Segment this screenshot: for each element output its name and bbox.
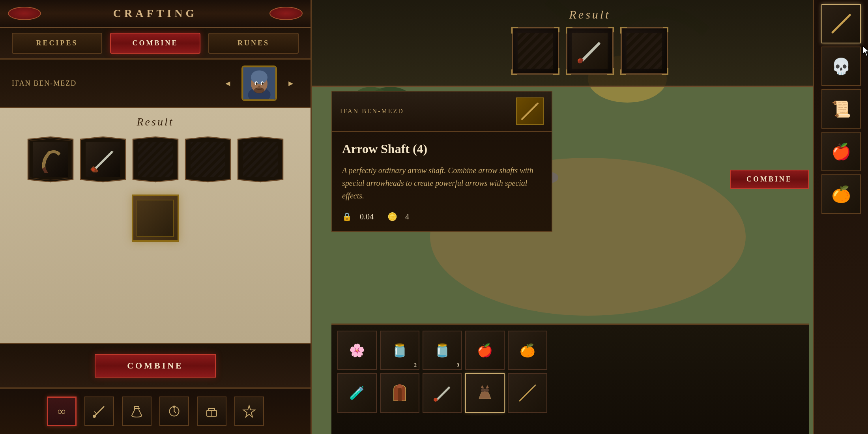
char-prev-arrow[interactable]: ◄ xyxy=(220,77,236,90)
icon-bar: ∞ xyxy=(0,387,311,434)
slot-corner-tr-2 xyxy=(608,27,614,32)
potion1-count: 2 xyxy=(414,362,417,368)
right-result-slot-1[interactable] xyxy=(512,27,559,75)
inv-cell-flower[interactable]: 🌸 xyxy=(337,331,377,370)
filter-potion-button[interactable] xyxy=(122,397,152,426)
crafting-title: CRAFTING xyxy=(0,7,311,20)
tab-bar: RECIPES COMBINE RUNES xyxy=(0,28,311,60)
filter-special-button[interactable] xyxy=(234,397,264,426)
character-row: IFAN BEN-MEZD ◄ xyxy=(0,60,311,108)
filter-all-button[interactable]: ∞ xyxy=(47,397,77,426)
slot-inner-2 xyxy=(572,33,608,69)
slot-5-content xyxy=(243,142,278,177)
inv-cell-potion3[interactable]: 🧪 xyxy=(337,373,377,413)
result-slot-4[interactable] xyxy=(185,136,231,183)
filter-craft-button[interactable] xyxy=(197,397,226,426)
tooltip-body: Arrow Shaft (4) A perfectly ordinary arr… xyxy=(332,132,552,231)
golden-slot-row xyxy=(132,195,179,242)
slot-corner-br-3 xyxy=(620,69,626,75)
sword-filter-icon xyxy=(92,404,106,418)
result-slot-2[interactable] xyxy=(80,136,126,183)
svg-line-44 xyxy=(832,15,850,32)
result-slot-5[interactable] xyxy=(237,136,284,183)
inv-cell-sheath[interactable] xyxy=(380,373,419,413)
svg-point-47 xyxy=(481,388,485,392)
svg-point-8 xyxy=(262,82,264,85)
inventory-row-2: 🧪 xyxy=(337,373,803,413)
weight-icon: 🔒 xyxy=(342,212,352,221)
svg-point-48 xyxy=(485,388,489,392)
weight-value: 0.04 xyxy=(360,212,374,221)
side-slot-arrow-shaft[interactable] xyxy=(821,4,861,43)
cursor-indicator xyxy=(862,45,868,57)
tooltip-item-icon xyxy=(516,97,544,125)
combine-btn-row: COMBINE xyxy=(0,343,311,387)
inv-cell-arrow[interactable] xyxy=(508,373,547,413)
svg-point-9 xyxy=(258,86,260,87)
character-name: IFAN BEN-MEZD xyxy=(12,79,214,88)
svg-marker-31 xyxy=(243,406,255,417)
slot-inner-3 xyxy=(627,33,662,69)
svg-point-45 xyxy=(397,384,403,388)
svg-line-23 xyxy=(94,406,104,416)
slot-corner-br-2 xyxy=(566,69,571,75)
slot-corner-br xyxy=(511,69,517,75)
svg-point-4 xyxy=(251,71,268,84)
tooltip-character-name: IFAN BEN-MEZD xyxy=(340,108,404,115)
special-filter-icon xyxy=(242,404,256,418)
result-slot-3[interactable] xyxy=(132,136,179,183)
combine-button[interactable]: COMBINE xyxy=(95,354,216,378)
tab-combine[interactable]: COMBINE xyxy=(110,33,200,54)
svg-line-49 xyxy=(520,385,535,401)
golden-combine-slot[interactable] xyxy=(132,195,179,242)
cursor-icon xyxy=(862,45,868,57)
inv-cell-selected-item[interactable] xyxy=(465,373,505,413)
svg-line-24 xyxy=(94,412,97,414)
filter-weapon-button[interactable] xyxy=(84,397,114,426)
slot-corner-tr-3 xyxy=(663,27,668,32)
right-knife-icon xyxy=(576,37,604,65)
inventory-grid: 🌸 🫙 2 🫙 3 🍎 🍊 🧪 xyxy=(331,324,809,434)
gold-icon: 🪙 xyxy=(387,212,397,221)
side-slot-scroll[interactable]: 📜 xyxy=(821,89,861,129)
arrow-inv-icon xyxy=(518,383,537,403)
right-result-slot-3[interactable] xyxy=(621,27,668,75)
inv-cell-apple-inv[interactable]: 🍎 xyxy=(465,331,505,370)
char-next-arrow[interactable]: ► xyxy=(283,77,299,90)
inv-cell-potion2[interactable]: 🫙 3 xyxy=(423,331,462,370)
slot-4-content xyxy=(191,142,225,177)
right-panel: Result xyxy=(312,0,868,434)
filter-misc-button[interactable] xyxy=(159,397,189,426)
tab-recipes[interactable]: RECIPES xyxy=(12,33,102,54)
svg-point-25 xyxy=(93,415,96,418)
result-slot-1[interactable] xyxy=(27,136,74,183)
tab-runes[interactable]: RUNES xyxy=(208,33,299,54)
result-section: Result xyxy=(0,108,311,343)
item-tooltip: IFAN BEN-MEZD Arrow Shaft (4) A perfectl… xyxy=(331,91,552,232)
inv-cell-knife-inv[interactable] xyxy=(423,373,462,413)
combine-button-right[interactable]: COMBINE xyxy=(730,170,809,189)
tooltip-header: IFAN BEN-MEZD xyxy=(332,92,552,132)
potion-filter-icon xyxy=(130,404,144,418)
side-slot-orange[interactable]: 🍊 xyxy=(821,174,861,214)
svg-line-43 xyxy=(522,103,538,119)
result-title-right: Result xyxy=(569,8,611,21)
inv-cell-potion1[interactable]: 🫙 2 xyxy=(380,331,419,370)
tooltip-item-title: Arrow Shaft (4) xyxy=(342,142,542,156)
inv-cell-orange-inv[interactable]: 🍊 xyxy=(508,331,547,370)
character-portrait-svg xyxy=(243,66,276,101)
crafting-title-bar: CRAFTING xyxy=(0,0,311,28)
svg-point-28 xyxy=(173,406,175,408)
side-arrow-shaft-icon xyxy=(829,12,853,36)
left-crafting-panel: CRAFTING RECIPES COMBINE RUNES IFAN BEN-… xyxy=(0,0,312,434)
svg-point-10 xyxy=(254,88,265,94)
right-result-slot-2[interactable] xyxy=(566,27,614,75)
svg-point-7 xyxy=(256,82,258,85)
side-slot-apple[interactable]: 🍎 xyxy=(821,132,861,171)
sword-item-icon xyxy=(37,146,64,173)
side-slot-skull[interactable]: 💀 xyxy=(821,47,861,86)
inventory-row-1: 🌸 🫙 2 🫙 3 🍎 🍊 xyxy=(337,331,803,370)
slot-inner-1 xyxy=(518,33,553,69)
arrow-shaft-icon xyxy=(520,101,540,121)
character-portrait[interactable] xyxy=(241,65,277,101)
